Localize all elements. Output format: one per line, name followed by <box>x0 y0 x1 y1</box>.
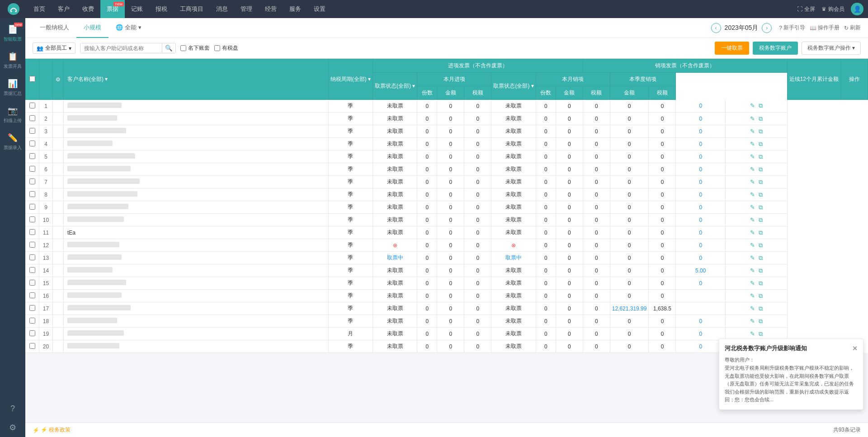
copy-icon[interactable]: ⧉ <box>759 216 763 223</box>
row-checkbox-cell[interactable] <box>26 264 39 277</box>
rolling12m-link[interactable]: 0 <box>699 166 702 173</box>
edit-icon[interactable]: ✎ <box>750 242 755 249</box>
manual-link[interactable]: 📖 操作手册 <box>810 24 840 32</box>
header-customer-name[interactable]: 客户名称(全部) ▾ <box>64 59 329 100</box>
row-checkbox-cell[interactable] <box>26 176 39 188</box>
employee-select[interactable]: 👥 全部员工 ▾ <box>33 42 75 54</box>
copy-icon[interactable]: ⧉ <box>759 204 763 211</box>
rolling12m-link[interactable]: 0 <box>699 242 702 249</box>
row-checkbox[interactable] <box>29 128 35 134</box>
edit-icon[interactable]: ✎ <box>750 330 755 337</box>
edit-icon[interactable]: ✎ <box>750 179 755 185</box>
nav-tax[interactable]: 报税 <box>149 0 174 18</box>
tax-digital-account-btn[interactable]: 税务数字账户 <box>753 42 798 55</box>
row-checkbox[interactable] <box>29 166 35 172</box>
row-checkbox-cell[interactable] <box>26 328 39 340</box>
nav-home[interactable]: 首页 <box>27 0 52 18</box>
has-tax-disk-checkbox[interactable]: 有税盘 <box>214 44 238 52</box>
row-checkbox[interactable] <box>29 153 35 159</box>
edit-icon[interactable]: ✎ <box>750 254 755 261</box>
app-logo[interactable] <box>5 0 23 18</box>
row-checkbox[interactable] <box>29 280 35 286</box>
row-checkbox-cell[interactable] <box>26 163 39 176</box>
tax-digital-ops-btn[interactable]: 税务数字账户操作 ▾ <box>802 42 861 55</box>
copy-icon[interactable]: ⧉ <box>759 305 763 312</box>
sidebar-item-open-invoice[interactable]: 📋 发票开具 <box>0 47 25 74</box>
row-checkbox-cell[interactable] <box>26 150 39 163</box>
row-checkbox-cell[interactable] <box>26 239 39 252</box>
rolling12m-link[interactable]: 0 <box>699 255 702 261</box>
copy-icon[interactable]: ⧉ <box>759 102 763 109</box>
rolling12m-link[interactable]: 0 <box>699 141 702 147</box>
edit-icon[interactable]: ✎ <box>750 305 755 312</box>
vip-btn[interactable]: ♛ 购会员 <box>821 5 844 13</box>
user-avatar[interactable]: 👤 <box>851 3 863 15</box>
copy-icon[interactable]: ⧉ <box>759 254 763 261</box>
row-checkbox[interactable] <box>29 305 35 311</box>
sidebar-item-smart-invoice[interactable]: 📄 智能取票 new <box>0 20 25 47</box>
row-checkbox[interactable] <box>29 254 35 260</box>
rolling12m-link[interactable]: 0 <box>699 217 702 223</box>
row-checkbox-cell[interactable] <box>26 315 39 328</box>
refresh-link[interactable]: ↻ 刷新 <box>844 24 861 32</box>
nav-message[interactable]: 消息 <box>210 0 234 18</box>
rolling12m-link[interactable]: 0 <box>699 128 702 135</box>
row-checkbox-cell[interactable] <box>26 100 39 113</box>
copy-icon[interactable]: ⧉ <box>759 280 763 287</box>
copy-icon[interactable]: ⧉ <box>759 179 763 185</box>
credit-amount-link[interactable]: 12,621,319.99 <box>612 305 647 312</box>
fullscreen-btn[interactable]: ⛶ 全屏 <box>797 5 815 13</box>
search-input[interactable] <box>80 44 162 53</box>
copy-icon[interactable]: ⧉ <box>759 229 763 236</box>
row-checkbox-cell[interactable] <box>26 201 39 214</box>
row-checkbox[interactable] <box>29 242 35 248</box>
rolling12m-link[interactable]: 0 <box>699 116 702 122</box>
one-click-invoice-btn[interactable]: 一键取票 <box>715 42 749 55</box>
row-checkbox-cell[interactable] <box>26 138 39 150</box>
next-month-btn[interactable]: › <box>762 23 772 33</box>
new-guide-link[interactable]: ? 新手引导 <box>779 24 805 32</box>
copy-icon[interactable]: ⧉ <box>759 267 763 274</box>
has-tax-disk-check[interactable] <box>214 45 220 51</box>
edit-icon[interactable]: ✎ <box>750 267 755 274</box>
row-checkbox-cell[interactable] <box>26 277 39 290</box>
row-checkbox[interactable] <box>29 191 35 197</box>
nav-manage[interactable]: 管理 <box>234 0 259 18</box>
copy-icon[interactable]: ⧉ <box>759 128 763 135</box>
row-checkbox[interactable] <box>29 267 35 273</box>
down-account-checkbox[interactable]: 名下账套 <box>180 44 210 52</box>
copy-icon[interactable]: ⧉ <box>759 115 763 122</box>
header-output-status[interactable]: 取票状态(全部) ▾ <box>491 73 536 100</box>
rolling12m-link[interactable]: 0 <box>699 318 702 324</box>
row-checkbox[interactable] <box>29 204 35 210</box>
nav-operation[interactable]: 经营 <box>259 0 283 18</box>
copy-icon[interactable]: ⧉ <box>759 191 763 198</box>
notification-close-btn[interactable]: ✕ <box>852 345 858 352</box>
sidebar-item-invoice-entry[interactable]: ✏️ 票据录入 <box>0 128 25 155</box>
nav-business[interactable]: 工商项目 <box>174 0 210 18</box>
copy-icon[interactable]: ⧉ <box>759 292 763 299</box>
edit-icon[interactable]: ✎ <box>750 292 755 299</box>
edit-icon[interactable]: ✎ <box>750 191 755 198</box>
edit-icon[interactable]: ✎ <box>750 128 755 135</box>
rolling12m-link[interactable]: 0 <box>699 343 702 350</box>
row-checkbox[interactable] <box>29 343 35 349</box>
tab-general-taxpayer[interactable]: 一般纳税人 <box>33 18 76 38</box>
tab-small-scale[interactable]: 小规模 <box>76 18 108 38</box>
edit-icon[interactable]: ✎ <box>750 115 755 122</box>
row-checkbox[interactable] <box>29 292 35 298</box>
row-checkbox[interactable] <box>29 141 35 146</box>
sidebar-item-scan-upload[interactable]: 📷 扫描上传 <box>0 101 25 128</box>
nav-service[interactable]: 服务 <box>283 0 307 18</box>
rolling12m-link[interactable]: 0 <box>699 280 702 287</box>
edit-icon[interactable]: ✎ <box>750 229 755 236</box>
rolling12m-link[interactable]: 5.00 <box>695 268 706 274</box>
edit-icon[interactable]: ✎ <box>750 204 755 211</box>
row-checkbox-cell[interactable] <box>26 226 39 239</box>
copy-icon[interactable]: ⧉ <box>759 318 763 324</box>
header-tax-period[interactable]: 纳税周期(全部) ▾ <box>328 59 373 100</box>
row-checkbox[interactable] <box>29 229 35 235</box>
row-checkbox[interactable] <box>29 216 35 222</box>
select-all-checkbox[interactable] <box>29 76 35 82</box>
edit-icon[interactable]: ✎ <box>750 166 755 173</box>
